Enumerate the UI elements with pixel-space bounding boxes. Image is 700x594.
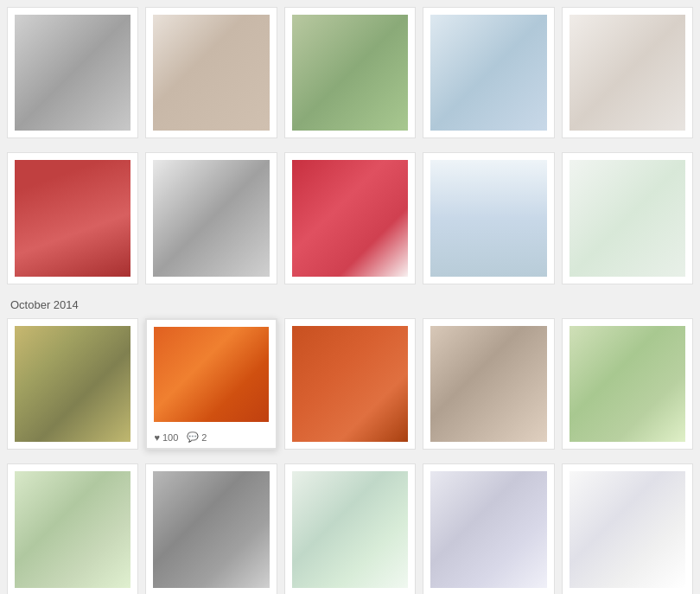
- photo-image: [153, 15, 269, 131]
- photo-card[interactable]: [284, 463, 416, 594]
- photo-card[interactable]: [7, 318, 138, 450]
- photo-image: [153, 160, 269, 276]
- photo-card[interactable]: [562, 318, 693, 450]
- photo-image: [570, 160, 685, 276]
- photo-card[interactable]: [7, 7, 138, 138]
- photo-image: [292, 15, 408, 131]
- photo-card[interactable]: [284, 152, 416, 284]
- photo-card[interactable]: [145, 7, 277, 138]
- photo-image: [153, 471, 269, 587]
- photo-card[interactable]: [423, 7, 554, 138]
- photo-card[interactable]: [423, 318, 554, 450]
- photo-image: [15, 160, 130, 276]
- photo-card-highlighted[interactable]: 29 October 2014 ♥ 100 💬 2: [145, 318, 277, 450]
- photo-image: [570, 471, 685, 587]
- photo-image: [15, 471, 130, 587]
- photo-card[interactable]: [7, 463, 138, 594]
- photo-card[interactable]: [423, 152, 554, 284]
- photo-card[interactable]: [145, 152, 277, 284]
- photo-image: [430, 160, 546, 276]
- heart-icon: ♥: [154, 432, 160, 443]
- photo-image: [430, 326, 546, 442]
- photo-image: [570, 326, 685, 442]
- photo-card[interactable]: [145, 463, 277, 594]
- comments-meta: 💬 2: [187, 431, 207, 443]
- photo-image: [430, 471, 546, 587]
- photo-image: [154, 327, 268, 422]
- comment-icon: 💬: [187, 431, 199, 443]
- likes-count: 100: [162, 432, 178, 443]
- photo-image: [292, 160, 408, 276]
- photo-row-october: 29 October 2014 ♥ 100 💬 2: [0, 315, 700, 457]
- likes-meta: ♥ 100: [154, 431, 178, 443]
- photo-card[interactable]: [562, 152, 693, 284]
- photo-card[interactable]: [562, 463, 693, 594]
- photo-image: [15, 326, 130, 442]
- photo-image: [292, 471, 408, 587]
- photo-card[interactable]: [423, 463, 554, 594]
- photo-row-top: [0, 0, 700, 145]
- photo-row-4: [0, 457, 700, 594]
- photo-image: [15, 15, 130, 131]
- photo-meta: ♥ 100 💬 2: [154, 431, 207, 443]
- photo-row-2: [0, 145, 700, 291]
- photo-card[interactable]: [284, 7, 416, 138]
- photo-image: [570, 15, 685, 131]
- photo-image: [430, 15, 546, 131]
- section-label-october-2014: October 2014: [0, 291, 700, 315]
- gallery-container: October 2014 29 October 2014 ♥ 100 💬 2: [0, 0, 700, 594]
- photo-card[interactable]: [284, 318, 416, 450]
- photo-image: [292, 326, 408, 442]
- comments-count: 2: [201, 432, 207, 443]
- photo-card[interactable]: [7, 152, 138, 284]
- photo-card[interactable]: [562, 7, 693, 138]
